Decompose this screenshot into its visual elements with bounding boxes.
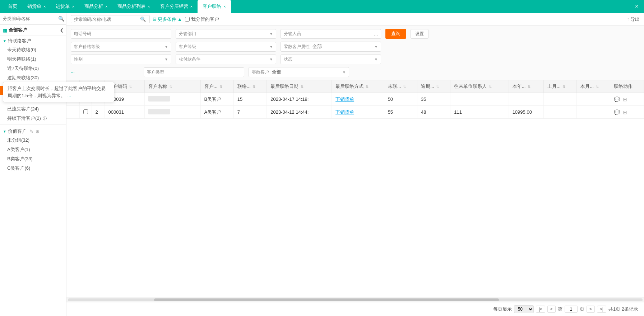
nav-tab-analysis[interactable]: 商品分析 ×: [79, 0, 112, 13]
nav-tab-analysis-list-close[interactable]: ×: [148, 0, 150, 13]
row2-name-blur: [148, 109, 170, 114]
export-button[interactable]: ↑ 导出: [627, 16, 640, 23]
nav-tab-analysis-list[interactable]: 商品分析列表 ×: [112, 0, 155, 13]
retail-attr-field[interactable]: 零散客户属性 全部 ▼: [281, 42, 381, 52]
setting-button[interactable]: 设置: [411, 29, 428, 39]
query-button[interactable]: 查询: [385, 29, 406, 39]
phone-field[interactable]: 电话号码: [71, 29, 171, 39]
sidebar-all-customers[interactable]: ▦ 全部客户 ❮: [0, 25, 66, 36]
manager-field[interactable]: 分管人员 ...: [281, 29, 381, 39]
more-conditions-button[interactable]: ⊟ 更多条件 ▲: [153, 16, 182, 23]
row2-action: 💬 ⊞: [610, 106, 644, 119]
next-page-button[interactable]: >: [587, 306, 595, 313]
customer-level-field[interactable]: 客户等级 ▼: [176, 42, 276, 52]
row1-grid-icon[interactable]: ⊞: [623, 96, 627, 102]
page-number-input[interactable]: [565, 306, 578, 313]
row2-chat-icon[interactable]: 💬: [614, 109, 620, 115]
tooltip-dots: ...: [67, 93, 71, 98]
row2-select-checkbox[interactable]: [83, 109, 88, 114]
sidebar-search-bar: 🔍: [0, 13, 66, 25]
sort-level-icon[interactable]: ⇅: [219, 85, 222, 89]
row2-grid-icon[interactable]: ⊞: [623, 109, 627, 115]
sidebar-edit-icon[interactable]: ✎: [29, 129, 33, 134]
sort-unreached-icon[interactable]: ⇅: [403, 85, 406, 89]
sidebar-item-b-class[interactable]: B类客户(33): [0, 154, 66, 164]
status-field[interactable]: 状态 ▼: [281, 55, 381, 64]
sidebar-item-tomorrow[interactable]: 明天待联络(1): [0, 55, 66, 64]
sidebar-search-input[interactable]: [3, 16, 57, 21]
my-customers-checkbox[interactable]: [185, 17, 190, 22]
sidebar-item-churned[interactable]: 已流失客户(24): [0, 104, 66, 114]
sort-contact-icon[interactable]: ⇅: [252, 85, 255, 89]
search-box[interactable]: 🔍: [71, 15, 150, 23]
sidebar-item-a-class[interactable]: A类客户(1): [0, 145, 66, 154]
filter-search-input[interactable]: [74, 17, 139, 22]
sort-tmonth-icon[interactable]: ⇅: [596, 85, 599, 89]
my-customers-checkbox-label[interactable]: 我分管的客户: [185, 16, 219, 23]
nav-tab-customer-layer-close[interactable]: ×: [190, 0, 193, 13]
nav-tab-customer-contact[interactable]: 客户联络 ×: [198, 0, 231, 13]
sort-year-icon[interactable]: ⇅: [528, 85, 531, 89]
horizontal-scrollbar[interactable]: [66, 297, 644, 302]
sidebar-collapse-icon[interactable]: ❮: [60, 28, 63, 33]
gender-field[interactable]: 性别 ▼: [71, 55, 171, 64]
sort-unit-icon[interactable]: ⇅: [489, 85, 492, 89]
row2-this-month: [577, 106, 610, 119]
window-close-button[interactable]: ×: [632, 3, 641, 10]
price-level-label: 客户价格等级: [74, 44, 100, 50]
nav-tab-purchase[interactable]: 进货单 ×: [51, 0, 79, 13]
export-label: 导出: [630, 16, 640, 23]
filter-search-icon[interactable]: 🔍: [140, 16, 146, 22]
dept-field[interactable]: 分管部门 ▼: [176, 29, 276, 39]
prev-page-button[interactable]: <: [547, 306, 556, 313]
sidebar-group-value[interactable]: ▼ 价值客户 ✎ ⊕: [0, 126, 66, 136]
row1-last-way-link[interactable]: 下销货单: [335, 96, 354, 102]
nav-tab-customer-contact-close[interactable]: ×: [223, 0, 226, 13]
sidebar-item-c-class[interactable]: C类客户(6): [0, 164, 66, 173]
row2-name: [145, 106, 200, 119]
dept-label: 分管部门: [179, 31, 196, 37]
scroll-thumb[interactable]: [154, 298, 499, 301]
sort-code-icon[interactable]: ⇅: [129, 85, 132, 89]
sort-overdue-icon[interactable]: ⇅: [436, 85, 439, 89]
phone-label: 电话号码: [74, 31, 91, 37]
sidebar-item-declining[interactable]: 持续下滑客户(2) ⓘ: [0, 114, 66, 123]
gender-label: 性别: [74, 56, 83, 62]
customer-type-field[interactable]: 客户类型: [144, 67, 244, 77]
more-conditions-label: 更多条件: [158, 16, 176, 23]
sidebar-item-today[interactable]: 今天待联络(0): [0, 45, 66, 55]
col-action: 联络动作: [610, 80, 644, 93]
nav-tab-customer-layer[interactable]: 客户分层经营 ×: [155, 0, 198, 13]
row2-contact: 7: [233, 106, 267, 119]
manager-label: 分管人员: [284, 31, 301, 37]
payment-field[interactable]: 收付款条件 ▼: [176, 55, 276, 64]
sort-way-icon[interactable]: ⇅: [366, 85, 369, 89]
sort-lmonth-icon[interactable]: ⇅: [562, 85, 565, 89]
sidebar-item-overdue[interactable]: 逾期未联络(30): [0, 73, 66, 82]
sidebar-item-ungroup[interactable]: 未分组(32): [0, 136, 66, 145]
first-page-button[interactable]: |<: [536, 306, 545, 313]
sidebar-group-pending[interactable]: ▼ 待联络客户: [0, 36, 66, 45]
sidebar-add-icon[interactable]: ⊕: [36, 129, 40, 134]
nav-tab-analysis-close[interactable]: ×: [105, 0, 107, 13]
manager-dots[interactable]: ...: [374, 31, 378, 37]
nav-tab-purchase-close[interactable]: ×: [72, 0, 74, 13]
row1-this-year: [509, 93, 543, 106]
sort-name-icon[interactable]: ⇅: [169, 85, 172, 89]
nav-tab-home[interactable]: 首页: [3, 0, 22, 13]
nav-tab-sales[interactable]: 销货单 ×: [22, 0, 51, 13]
nav-tab-analysis-list-label: 商品分析列表: [117, 0, 145, 13]
price-level-field[interactable]: 客户价格等级 ▼: [71, 42, 171, 52]
sidebar-item-7days[interactable]: 近7天待联络(0): [0, 64, 66, 73]
filter-row4-dots[interactable]: ···: [71, 70, 75, 75]
export-icon: ↑: [627, 16, 630, 22]
row1-last-month: [543, 93, 576, 106]
sidebar-search-icon[interactable]: 🔍: [58, 16, 64, 22]
row1-chat-icon[interactable]: 💬: [614, 96, 620, 102]
sort-date-icon[interactable]: ⇅: [301, 85, 304, 89]
row2-last-way-link[interactable]: 下销货单: [335, 109, 354, 115]
retail-customer-field[interactable]: 零散客户 全部 ▼: [249, 67, 349, 77]
last-page-button[interactable]: >|: [597, 306, 606, 313]
per-page-select[interactable]: 50 100: [514, 305, 534, 313]
nav-tab-sales-close[interactable]: ×: [43, 0, 46, 13]
